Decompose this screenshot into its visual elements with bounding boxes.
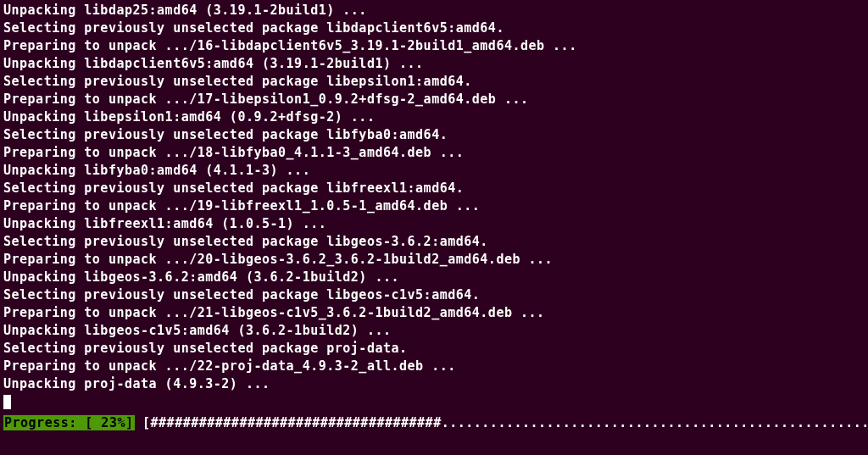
terminal-line: Unpacking libfyba0:amd64 (4.1.1-3) ... — [3, 162, 865, 180]
progress-bar-filled: #################################### — [151, 415, 442, 430]
terminal-line: Preparing to unpack .../20-libgeos-3.6.2… — [3, 251, 865, 269]
terminal-line: Preparing to unpack .../19-libfreexl1_1.… — [3, 197, 865, 215]
progress-line: Progress: [ 23%] [######################… — [3, 414, 865, 432]
terminal-line: Selecting previously unselected package … — [3, 233, 865, 251]
cursor-line — [3, 393, 865, 411]
terminal-output: Unpacking libdap25:amd64 (3.19.1-2build1… — [3, 2, 865, 393]
terminal-line: Unpacking libepsilon1:amd64 (0.9.2+dfsg-… — [3, 108, 865, 126]
terminal-line: Selecting previously unselected package … — [3, 286, 865, 304]
terminal-line: Preparing to unpack .../16-libdapclient6… — [3, 37, 865, 55]
terminal-line: Selecting previously unselected package … — [3, 340, 865, 358]
terminal-line: Preparing to unpack .../17-libepsilon1_0… — [3, 91, 865, 108]
progress-open-bracket: [ — [135, 415, 151, 430]
terminal-line: Selecting previously unselected package … — [3, 180, 865, 197]
terminal-line: Unpacking libdap25:amd64 (3.19.1-2build1… — [3, 2, 865, 19]
terminal-line: Preparing to unpack .../18-libfyba0_4.1.… — [3, 144, 865, 162]
terminal-line: Selecting previously unselected package … — [3, 73, 865, 91]
terminal-line: Unpacking libgeos-c1v5:amd64 (3.6.2-1bui… — [3, 322, 865, 340]
terminal-line: Selecting previously unselected package … — [3, 126, 865, 144]
cursor — [3, 395, 11, 409]
terminal-line: Selecting previously unselected package … — [3, 19, 865, 37]
terminal-line: Preparing to unpack .../21-libgeos-c1v5_… — [3, 304, 865, 322]
terminal-line: Unpacking libdapclient6v5:amd64 (3.19.1-… — [3, 55, 865, 73]
progress-bar-rest: ........................................… — [442, 415, 868, 430]
progress-label: Progress: [ 23%] — [3, 415, 135, 430]
terminal-line: Unpacking libgeos-3.6.2:amd64 (3.6.2-1bu… — [3, 269, 865, 286]
terminal-line: Unpacking libfreexl1:amd64 (1.0.5-1) ... — [3, 215, 865, 233]
terminal-line: Unpacking proj-data (4.9.3-2) ... — [3, 375, 865, 393]
terminal-line: Preparing to unpack .../22-proj-data_4.9… — [3, 358, 865, 375]
